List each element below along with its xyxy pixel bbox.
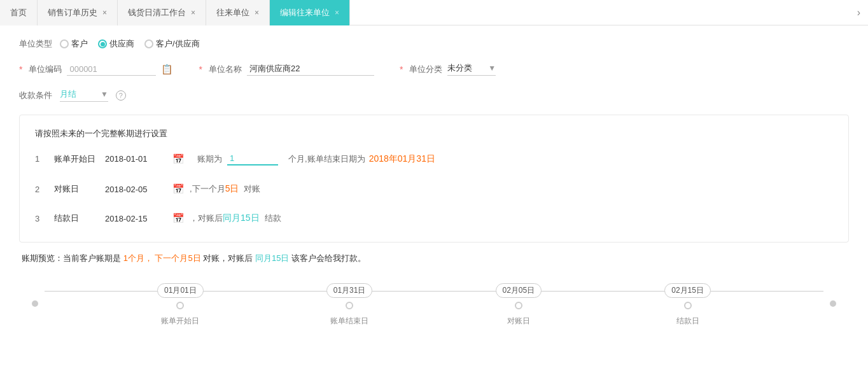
unit-type-row: 单位类型 客户 供应商 客户/供应商 xyxy=(19,38,849,50)
row3-highlight: 同月15日 xyxy=(223,213,260,224)
row3-date: 2018-02-15 xyxy=(105,214,169,223)
category-field-wrap: * 单位分类 未分类 ▼ xyxy=(400,62,496,76)
row1-cal-icon[interactable]: 📅 xyxy=(172,153,185,165)
cat-required: * xyxy=(400,64,403,74)
code-required: * xyxy=(19,64,22,74)
tab-partner-label: 往来单位 xyxy=(216,7,249,18)
unit-type-label: 单位类型 xyxy=(19,38,52,50)
preview-part3: 对账，对账后 xyxy=(203,253,253,263)
name-required: * xyxy=(199,64,202,74)
radio-both-label: 客户/供应商 xyxy=(156,38,200,50)
name-label: 单位名称 xyxy=(209,64,242,75)
row3-suffix-after: 结款 xyxy=(265,213,281,224)
tab-edit-partner-label: 编辑往来单位 xyxy=(280,7,330,18)
row1-label: 账单开始日 xyxy=(54,153,105,165)
timeline-sub-3: 对账日 xyxy=(507,316,530,327)
code-field-wrap: * 单位编码 📋 xyxy=(19,63,173,76)
timeline-point-2: 01月31日 账单结束日 xyxy=(326,283,373,327)
code-label: 单位编码 xyxy=(29,64,62,75)
timeline-left-cap xyxy=(32,282,38,325)
radio-customer-label: 客户 xyxy=(71,38,88,50)
radio-customer-circle xyxy=(60,39,69,48)
timeline-dot-4 xyxy=(684,302,692,309)
row1-num: 1 xyxy=(35,154,54,164)
payment-row: 收款条件 月结 ▼ ? xyxy=(19,88,849,102)
payment-arrow-icon: ▼ xyxy=(101,90,108,99)
row2-cal-icon[interactable]: 📅 xyxy=(172,183,185,195)
timeline: 01月01日 账单开始日 01月31日 账单结束日 02月05日 对账日 02月… xyxy=(19,277,849,333)
timeline-right-cap xyxy=(830,282,836,325)
timeline-dot-2 xyxy=(346,302,353,309)
row2-highlight: 5日 xyxy=(225,183,239,195)
timeline-dot-3 xyxy=(515,302,522,309)
tabs-bar: 首页 销售订单历史 × 钱货日清工作台 × 往来单位 × 编辑往来单位 × › xyxy=(0,0,868,25)
period-row-1: 1 账单开始日 2018-01-01 📅 账期为 个月,账单结束日期为 2018… xyxy=(35,152,833,165)
code-input[interactable] xyxy=(67,63,156,76)
period-section: 请按照未来的一个完整帐期进行设置 1 账单开始日 2018-01-01 📅 账期… xyxy=(19,115,849,243)
period-row-3: 3 结款日 2018-02-15 📅 ，对账后 同月15日 结款 xyxy=(35,213,833,224)
preview-part1: 1个月， xyxy=(123,253,153,263)
payment-value: 月结 xyxy=(60,88,98,100)
timeline-sub-2: 账单结束日 xyxy=(330,316,368,327)
tab-cash-work-close[interactable]: × xyxy=(191,8,195,17)
tab-home-label: 首页 xyxy=(10,7,27,18)
timeline-left-dot xyxy=(32,300,38,307)
unit-type-radio-group: 客户 供应商 客户/供应商 xyxy=(60,38,200,50)
tab-home[interactable]: 首页 xyxy=(0,0,38,25)
main-content: 单位类型 客户 供应商 客户/供应商 * 单位编码 📋 * 单位名称 xyxy=(0,25,868,387)
preview-label: 账期预览：当前客户账期是 xyxy=(22,253,121,263)
row3-cal-icon[interactable]: 📅 xyxy=(172,213,185,224)
payment-dropdown[interactable]: 月结 ▼ xyxy=(60,88,108,102)
timeline-point-3: 02月05日 对账日 xyxy=(496,283,542,327)
code-name-row: * 单位编码 📋 * 单位名称 * 单位分类 未分类 ▼ xyxy=(19,62,849,76)
row3-suffix-before: ，对账后 xyxy=(190,213,223,224)
radio-both-circle xyxy=(144,39,153,48)
name-input[interactable] xyxy=(247,63,374,76)
row1-end-date: 2018年01月31日 xyxy=(369,153,435,165)
preview-section: 账期预览：当前客户账期是 1个月， 下一个月5日 对账，对账后 同月15日 该客… xyxy=(19,253,849,264)
help-icon[interactable]: ? xyxy=(116,90,126,101)
payment-label: 收款条件 xyxy=(19,90,52,101)
row2-suffix-before: ,下一个月 xyxy=(190,183,225,195)
tab-cash-work[interactable]: 钱货日清工作台 × xyxy=(118,0,206,25)
preview-part2: 下一个月5日 xyxy=(155,253,200,263)
name-field-wrap: * 单位名称 xyxy=(199,63,374,76)
timeline-point-4: 02月15日 结款日 xyxy=(664,283,711,327)
row1-period-label: 账期为 xyxy=(197,153,222,165)
tab-partner[interactable]: 往来单位 × xyxy=(206,0,270,25)
row1-date: 2018-01-01 xyxy=(105,154,169,164)
category-dropdown[interactable]: 未分类 ▼ xyxy=(447,62,496,76)
timeline-dot-1 xyxy=(176,302,184,309)
radio-both[interactable]: 客户/供应商 xyxy=(144,38,200,50)
radio-supplier-circle xyxy=(98,39,107,48)
timeline-sub-1: 账单开始日 xyxy=(161,316,199,327)
tab-sales-history-close[interactable]: × xyxy=(102,8,107,17)
tab-sales-history-label: 销售订单历史 xyxy=(48,7,97,18)
row3-label: 结款日 xyxy=(54,213,105,224)
cat-label: 单位分类 xyxy=(409,64,442,75)
tab-partner-close[interactable]: × xyxy=(255,8,259,17)
category-value: 未分类 xyxy=(447,62,486,74)
category-arrow-icon: ▼ xyxy=(488,64,496,73)
row2-date: 2018-02-05 xyxy=(105,185,169,194)
tab-sales-history[interactable]: 销售订单历史 × xyxy=(38,0,118,25)
timeline-badge-2: 01月31日 xyxy=(326,283,373,298)
timeline-point-1: 01月01日 账单开始日 xyxy=(157,283,204,327)
timeline-badge-4: 02月15日 xyxy=(664,283,711,298)
tab-more-button[interactable]: › xyxy=(850,7,868,18)
radio-supplier[interactable]: 供应商 xyxy=(98,38,134,50)
timeline-right-dot xyxy=(830,300,836,307)
period-input[interactable] xyxy=(227,152,278,165)
row2-label: 对账日 xyxy=(54,183,105,195)
row2-num: 2 xyxy=(35,185,54,194)
code-copy-icon[interactable]: 📋 xyxy=(161,64,173,75)
tab-edit-partner-close[interactable]: × xyxy=(335,8,339,17)
row3-num: 3 xyxy=(35,214,54,223)
timeline-points: 01月01日 账单开始日 01月31日 账单结束日 02月05日 对账日 02月… xyxy=(32,283,836,327)
preview-part5: 该客户会给我打款。 xyxy=(291,253,366,263)
radio-customer[interactable]: 客户 xyxy=(60,38,88,50)
timeline-badge-1: 01月01日 xyxy=(157,283,204,298)
row2-suffix-after: 对账 xyxy=(244,183,260,195)
tab-edit-partner[interactable]: 编辑往来单位 × xyxy=(270,0,350,25)
radio-supplier-label: 供应商 xyxy=(109,38,134,50)
